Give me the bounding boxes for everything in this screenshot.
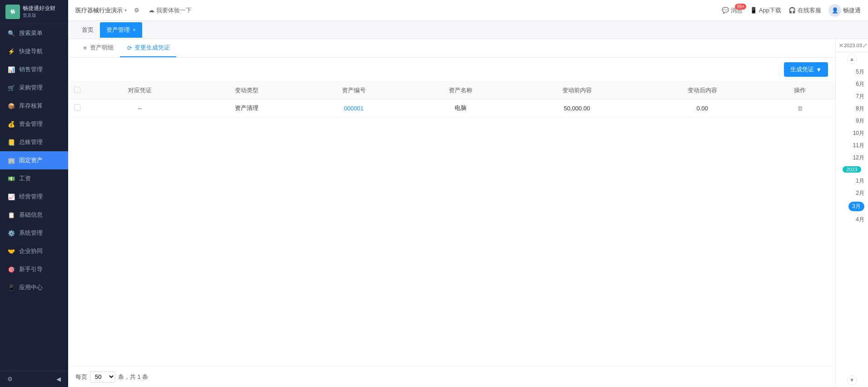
sidebar-item-label: 系统管理 — [19, 229, 43, 237]
calendar-month-10[interactable]: 10月 — [836, 127, 868, 139]
sidebar-item-operations[interactable]: 📈 经营管理 — [0, 188, 68, 206]
sidebar-item-cooperation[interactable]: 🤝 企业协同 — [0, 242, 68, 260]
customer-service-label: 在线客服 — [798, 6, 821, 15]
quicknav-icon: ⚡ — [7, 47, 15, 55]
calendar-month-3-active[interactable]: 3月 — [836, 199, 868, 213]
assets-icon: 🏢 — [7, 156, 15, 164]
sidebar-logo: 畅 畅捷通好业财 普及版 — [0, 0, 68, 24]
sidebar: 畅 畅捷通好业财 普及版 🔍 搜索菜单 ⚡ 快捷导航 📊 销售管理 🛒 采购管理… — [0, 0, 68, 387]
customer-service-icon: 🎧 — [789, 7, 796, 14]
inner-tab-asset-detail[interactable]: ≡ 资产明细 — [75, 39, 120, 57]
sidebar-item-capital[interactable]: 💰 资金管理 — [0, 115, 68, 133]
calendar-month-2[interactable]: 2月 — [836, 187, 868, 199]
user-menu[interactable]: 👤 畅捷通 — [828, 4, 861, 17]
active-month-label: 3月 — [848, 202, 864, 211]
sidebar-item-ledger[interactable]: 📒 总账管理 — [0, 133, 68, 151]
calendar-month-9[interactable]: 9月 — [836, 115, 868, 127]
sidebar-item-inventory[interactable]: 📦 库存核算 — [0, 97, 68, 115]
sidebar-item-sales[interactable]: 📊 销售管理 — [0, 60, 68, 79]
user-name: 畅捷通 — [843, 6, 861, 15]
toolbar: 生成凭证 ▼ — [68, 58, 835, 82]
calendar-month-5[interactable]: 5月 — [836, 66, 868, 78]
table-header-row: 对应凭证 变动类型 资产编号 资产名称 变动前内容 变动后内容 操作 — [68, 82, 835, 99]
salary-icon: 💵 — [7, 174, 15, 183]
calendar-month-6[interactable]: 6月 — [836, 78, 868, 90]
tab-assets-management[interactable]: 资产管理 × — [100, 22, 142, 38]
calendar-month-1[interactable]: 1月 — [836, 175, 868, 187]
tab-close-icon[interactable]: × — [133, 27, 136, 33]
search-nav-icon: 🔍 — [7, 29, 15, 37]
row-checkbox[interactable] — [74, 104, 80, 111]
capital-icon: 💰 — [7, 120, 15, 128]
guide-icon: 🎯 — [7, 265, 15, 273]
year-2023-badge[interactable]: 2023 — [843, 166, 861, 173]
select-all-checkbox[interactable] — [74, 87, 80, 93]
generate-voucher-button[interactable]: 生成凭证 ▼ — [784, 62, 828, 77]
sidebar-item-guide[interactable]: 🎯 新手引导 — [0, 260, 68, 278]
asset-detail-icon: ≡ — [82, 45, 88, 51]
collapse-sidebar-icon[interactable]: ◀ — [56, 376, 61, 382]
basicinfo-icon: 📋 — [7, 211, 15, 219]
settings-footer-icon[interactable]: ⚙ — [7, 376, 13, 382]
calendar-month-12[interactable]: 12月 — [836, 152, 868, 164]
sidebar-nav: 🔍 搜索菜单 ⚡ 快捷导航 📊 销售管理 🛒 采购管理 📦 库存核算 💰 资金管… — [0, 24, 68, 371]
sidebar-item-quicknav[interactable]: ⚡ 快捷导航 — [0, 42, 68, 60]
sidebar-item-label: 应用中心 — [19, 283, 43, 292]
col-before: 变动前内容 — [514, 82, 640, 99]
experience-label: 我要体验一下 — [156, 6, 192, 15]
inner-tab-change-voucher[interactable]: ⟳ 变更生成凭证 — [120, 39, 176, 57]
sidebar-item-label: 资金管理 — [19, 120, 43, 128]
delete-row-icon[interactable]: 🗑 — [797, 105, 803, 112]
ledger-icon: 📒 — [7, 138, 15, 146]
sidebar-item-appcenter[interactable]: 📱 应用中心 — [0, 278, 68, 297]
tabbar: 首页 资产管理 × — [68, 21, 868, 39]
calendar-header: ✕ 2023.03 ⤢ — [836, 39, 868, 52]
calendar-nav-up[interactable]: ▲ — [847, 54, 857, 64]
sidebar-item-assets[interactable]: 🏢 固定资产 — [0, 151, 68, 169]
message-icon: 💬 — [722, 7, 729, 14]
calendar-nav-down[interactable]: ▼ — [847, 375, 857, 385]
col-asset-name: 资产名称 — [407, 82, 515, 99]
calendar-expand-icon[interactable]: ⤢ — [862, 42, 868, 49]
generate-voucher-arrow-icon: ▼ — [816, 66, 822, 73]
company-selector[interactable]: 医疗器械行业演示 ▾ — [75, 6, 127, 15]
experience-btn[interactable]: ☁ 我要体验一下 — [149, 6, 192, 15]
calendar-month-8[interactable]: 8月 — [836, 103, 868, 115]
sidebar-item-purchase[interactable]: 🛒 采购管理 — [0, 79, 68, 97]
sidebar-item-system[interactable]: ⚙️ 系统管理 — [0, 224, 68, 242]
per-page-select[interactable]: 50 10 20 100 — [90, 371, 115, 382]
sidebar-item-label: 企业协同 — [19, 247, 43, 255]
row-voucher: -- — [86, 99, 193, 117]
calendar-month-7[interactable]: 7月 — [836, 90, 868, 103]
calendar-month-11[interactable]: 11月 — [836, 139, 868, 152]
sidebar-item-label: 采购管理 — [19, 84, 43, 92]
table-header-checkbox[interactable] — [68, 82, 86, 99]
table-row: -- 资产清理 000001 电脑 50,000.00 0.00 🗑 — [68, 99, 835, 117]
avatar: 👤 — [828, 4, 841, 17]
app-download-btn[interactable]: 📱 App下载 — [750, 6, 781, 15]
row-checkbox-cell[interactable] — [68, 99, 86, 117]
calendar-months-list: 5月 6月 7月 8月 9月 10月 11月 12月 2023 1月 2月 3月… — [836, 66, 868, 373]
tab-home[interactable]: 首页 — [75, 22, 100, 38]
sidebar-item-label: 新手引导 — [19, 265, 43, 273]
sidebar-footer: ⚙ ◀ — [0, 371, 68, 387]
tab-active-label: 资产管理 — [106, 26, 130, 34]
col-change-type: 变动类型 — [193, 82, 301, 99]
col-voucher: 对应凭证 — [86, 82, 193, 99]
inner-tab-label: 资产明细 — [90, 44, 114, 52]
sidebar-item-label: 搜索菜单 — [19, 29, 43, 37]
calendar-year-tag[interactable]: 2023 — [836, 164, 868, 175]
sidebar-item-salary[interactable]: 💵 工资 — [0, 169, 68, 188]
content-area: ≡ 资产明细 ⟳ 变更生成凭证 生成凭证 ▼ — [68, 39, 868, 387]
sidebar-item-label: 工资 — [19, 174, 31, 183]
customer-service-btn[interactable]: 🎧 在线客服 — [789, 6, 821, 15]
logo-icon-text: 畅 — [10, 9, 15, 15]
calendar-month-4[interactable]: 4月 — [836, 213, 868, 226]
sidebar-item-search[interactable]: 🔍 搜索菜单 — [0, 24, 68, 42]
topbar-gear-icon[interactable]: ⚙ — [134, 7, 139, 14]
logo-badge: 普及版 — [23, 12, 55, 19]
sidebar-item-basicinfo[interactable]: 📋 基础信息 — [0, 206, 68, 224]
message-btn[interactable]: 💬 消息 99+ — [722, 6, 743, 15]
change-voucher-icon: ⟳ — [126, 45, 133, 51]
calendar-close-icon[interactable]: ✕ — [838, 42, 844, 49]
